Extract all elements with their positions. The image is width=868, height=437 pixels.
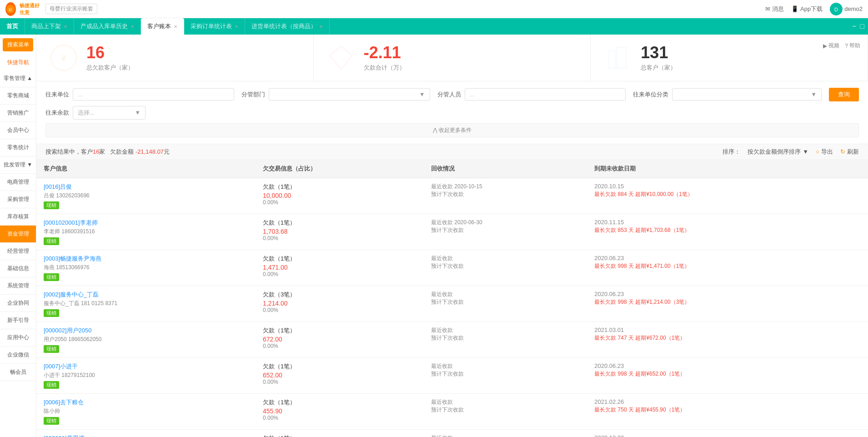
customer-name-link-6[interactable]: [0006]去下粮仓 [44, 398, 248, 407]
from-unit-input[interactable]: ... [73, 88, 234, 100]
recent-payment-0: 最近收款 2020-10-15 [431, 183, 580, 191]
from-unit-label: 往来单位 [45, 90, 69, 99]
sort-label: 排序： [722, 148, 740, 156]
close-tab-stats[interactable]: ✕ [319, 24, 323, 29]
sidebar-item-app-center[interactable]: 应用中心 [0, 329, 36, 347]
person-input[interactable]: ... [465, 88, 626, 100]
stats-bar: ¥ 16 总欠款客户（家） -2. [36, 35, 868, 81]
stat-info-debt-amount: -2.11 欠款合计（万） [364, 44, 405, 72]
remain-select[interactable]: 选择... ▼ [73, 106, 146, 120]
customer-name-link-0[interactable]: [0016]吕俊 [44, 183, 248, 191]
customer-contact-6: 陈小帅 [44, 407, 248, 415]
customer-name-link-3[interactable]: [0002]服务中心_丁磊 [44, 291, 248, 299]
table-row: [0006]去下粮仓 陈小帅 现销 欠款（1笔） 455.90 0.00% 最近… [36, 393, 868, 429]
debt-count-4: 欠款（1笔） [263, 326, 416, 335]
help-btn[interactable]: ? 帮助 [845, 42, 860, 50]
tab-product-off[interactable]: 商品上下架 ✕ [25, 18, 74, 35]
search-menu-btn[interactable]: 搜索菜单 [3, 38, 33, 51]
overdue-link-4[interactable]: 超期¥672.00（1笔） [635, 335, 685, 341]
dept-select[interactable]: ▼ [269, 88, 430, 100]
customer-name-link-2[interactable]: [0003]畅捷服务尹海燕 [44, 255, 248, 263]
export-btn[interactable]: ○ 导出 [816, 148, 833, 156]
sidebar-item-operations[interactable]: 经营管理 [0, 243, 36, 260]
tab-minimize-btn[interactable]: − [852, 22, 856, 30]
sidebar-item-batch-mgmt[interactable]: 批发管理 ▼ [0, 156, 36, 174]
customer-name-link-7[interactable]: [000001]黄思源 [44, 434, 248, 437]
sidebar-quick-nav[interactable]: 快捷导航 [0, 55, 36, 70]
overdue-link-0[interactable]: 超期¥10,000.00（1笔） [635, 191, 693, 197]
video-btn[interactable]: ▶ 视频 [823, 42, 839, 50]
customer-name-link-4[interactable]: [000002]用户2050 [44, 326, 248, 335]
cell-recovery-4: 最近收款 预计下次收款 [424, 321, 587, 357]
stat-card-total-customers: 131 总客户（家） ▶ 视频 ? 帮助 [591, 35, 868, 81]
close-tab-product-off[interactable]: ✕ [64, 24, 67, 29]
overdue-link-3[interactable]: 超期¥1,214.00（3笔） [635, 299, 690, 305]
close-tab-customer[interactable]: ✕ [174, 24, 177, 29]
sidebar-item-retail-mall[interactable]: 零售商城 [0, 87, 36, 105]
debt-amount-5: 652.00 [263, 372, 416, 379]
cell-customer-3: [0002]服务中心_丁磊 服务中心_丁磊 181 0125 8371 现销 [36, 286, 256, 321]
sidebar-item-enterprise-collab[interactable]: 企业协同 [0, 295, 36, 312]
refresh-btn[interactable]: ↻ 刷新 [840, 148, 859, 156]
customer-contact-0: 吕俊 13026203696 [44, 192, 248, 200]
sidebar-item-marketing[interactable]: 营销推广 [0, 105, 36, 122]
debt-count-0: 欠款（1笔） [263, 183, 416, 191]
customer-contact-5: 小进干 18279152100 [44, 372, 248, 379]
sidebar-item-system[interactable]: 系统管理 [0, 277, 36, 295]
sidebar-item-new-guide[interactable]: 新手引导 [0, 312, 36, 329]
message-btn[interactable]: ✉ 消息 [765, 5, 784, 13]
customer-name-link-5[interactable]: [0007]小进干 [44, 362, 248, 371]
overdue-link-6[interactable]: 超期¥455.90（1笔） [635, 407, 685, 413]
stat-number-debt-customers: 16 [86, 44, 134, 62]
user-menu[interactable]: D demo2 [830, 3, 863, 15]
sidebar-item-member[interactable]: 会员中心 [0, 122, 36, 139]
debt-amount-6: 455.90 [263, 407, 416, 415]
sidebar-item-retail-mgmt[interactable]: 零售管理 ▲ [0, 70, 36, 87]
cell-due-0: 2020.10.15 最长欠款 884 天 超期¥10,000.00（1笔） [587, 178, 868, 214]
tab-purchase-order[interactable]: 采购订单统计表 ✕ [184, 18, 245, 35]
tab-maximize-btn[interactable]: □ [860, 22, 864, 30]
sidebar-item-basic-info[interactable]: 基础信息 [0, 260, 36, 277]
customer-name-link-1[interactable]: [0001020001]李老师 [44, 219, 248, 227]
tab-production-history[interactable]: 产成品入库单历史 ✕ [74, 18, 141, 35]
debt-count-2: 欠款（1笔） [263, 255, 416, 263]
account-selector[interactable]: 母婴行业演示账套 [45, 4, 97, 14]
sidebar-item-ecommerce[interactable]: 电商管理 [0, 174, 36, 191]
cell-due-1: 2020.11.15 最长欠款 853 天 超期¥1,703.68（1笔） [587, 214, 868, 250]
collapse-bar[interactable]: ⋀ 收起更多条件 [45, 123, 859, 137]
debt-amount-1: 1,703.68 [263, 228, 416, 235]
tab-customer-account[interactable]: 客户账本 ✕ [141, 18, 184, 35]
sidebar-item-inventory[interactable]: 库存核算 [0, 208, 36, 226]
sort-select[interactable]: 按欠款金额倒序排序 ▼ [748, 148, 808, 156]
sidebar-item-retail-stats[interactable]: 零售统计 [0, 139, 36, 156]
search-button[interactable]: 查询 [829, 88, 859, 101]
top-bar: 好 畅捷通好生意 母婴行业演示账套 ✉ 消息 📱 App下载 D demo2 [0, 0, 868, 18]
sidebar-item-purchase-mgmt[interactable]: 采购管理 [0, 191, 36, 208]
cell-customer-1: [0001020001]李老师 李老师 18600391516 现销 [36, 214, 256, 250]
tag-xianjin-2: 现销 [44, 273, 59, 281]
table-header: 客户信息 欠交易信息（占比） 回收情况 到期未收款日期 [36, 160, 868, 178]
cell-debt-1: 欠款（1笔） 1,703.68 0.00% [256, 214, 424, 250]
overdue-link-5[interactable]: 超期¥652.00（1笔） [635, 371, 685, 377]
unit-category-select[interactable]: ▼ [672, 88, 822, 100]
phone-icon: 📱 [791, 5, 798, 12]
close-tab-production[interactable]: ✕ [130, 24, 134, 29]
due-date-1: 2020.11.15 [594, 219, 861, 226]
overdue-link-2[interactable]: 超期¥1,471.00（1笔） [635, 263, 690, 269]
app-download-btn[interactable]: 📱 App下载 [791, 5, 823, 13]
sidebar-item-enterprise-wx[interactable]: 企业微信 [0, 347, 36, 364]
svg-rect-7 [609, 51, 616, 68]
overdue-link-1[interactable]: 超期¥1,703.68（1笔） [635, 227, 690, 233]
sidebar-item-vip[interactable]: 畅会员 [0, 364, 36, 381]
sidebar-item-finance[interactable]: 资金管理 [0, 226, 36, 243]
cell-customer-5: [0007]小进干 小进干 18279152100 现销 [36, 357, 256, 393]
stat-icon-diamond [327, 44, 355, 71]
table-row: [0003]畅捷服务尹海燕 海燕 18513066976 现销 欠款（1笔） 1… [36, 250, 868, 286]
result-info: 搜索结果中，客户16家 欠款金额 -21,148.07元 [45, 148, 170, 156]
sort-text: 按欠款金额倒序排序 [748, 148, 801, 156]
table-row: [0002]服务中心_丁磊 服务中心_丁磊 181 0125 8371 现销 欠… [36, 286, 868, 321]
close-tab-purchase[interactable]: ✕ [235, 24, 238, 29]
app-name: 畅捷通好生意 [20, 2, 42, 16]
tab-purchase-stats[interactable]: 进货单统计表（按商品） ✕ [245, 18, 330, 35]
tab-home[interactable]: 首页 [0, 18, 25, 35]
